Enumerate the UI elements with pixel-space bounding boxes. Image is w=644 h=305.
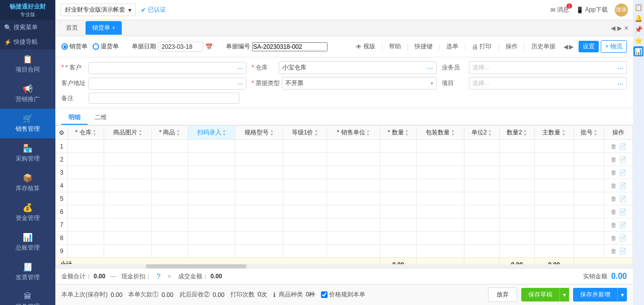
- price-check-input[interactable]: [321, 291, 328, 298]
- row-5-price1[interactable]: [283, 192, 327, 205]
- message-button[interactable]: ✉ 1 消息: [550, 6, 569, 14]
- right-panel-icon-2[interactable]: 🔔: [633, 13, 643, 23]
- row-1-qty2[interactable]: [499, 140, 534, 153]
- row-3-main[interactable]: [534, 166, 574, 179]
- tab-prev-icon[interactable]: ◀: [611, 25, 615, 32]
- row-7-main[interactable]: [534, 218, 574, 232]
- row-4-unit2[interactable]: [464, 179, 499, 192]
- row-1-batch[interactable]: [574, 140, 604, 153]
- row-4-image[interactable]: [104, 179, 152, 192]
- row-5-batch[interactable]: [574, 192, 604, 205]
- row-6-pkg[interactable]: [417, 205, 464, 218]
- row-3-product[interactable]: [151, 166, 188, 179]
- row-5-product[interactable]: [151, 192, 188, 205]
- unit-sort[interactable]: ▲▼: [366, 129, 370, 137]
- row-9-unit[interactable]: [327, 245, 380, 258]
- row-3-delete-icon[interactable]: 🗑: [611, 169, 617, 176]
- row-8-delete-icon[interactable]: 🗑: [611, 235, 617, 242]
- row-6-unit2[interactable]: [464, 205, 499, 218]
- row-1-warehouse[interactable]: [68, 140, 104, 153]
- row-3-image[interactable]: [104, 166, 152, 179]
- row-2-image[interactable]: [104, 153, 152, 166]
- row-9-warehouse[interactable]: [68, 245, 104, 258]
- row-9-delete-icon[interactable]: 🗑: [611, 248, 617, 255]
- row-4-qty2[interactable]: [499, 179, 534, 192]
- row-1-main[interactable]: [534, 140, 574, 153]
- help-button[interactable]: 帮助: [386, 41, 404, 52]
- radio-return[interactable]: 退货单: [93, 42, 119, 51]
- row-6-main[interactable]: [534, 205, 574, 218]
- row-8-warehouse[interactable]: [68, 232, 104, 245]
- row-4-main[interactable]: [534, 179, 574, 192]
- row-5-qty[interactable]: [380, 192, 417, 205]
- row-1-price1[interactable]: [283, 140, 327, 153]
- price1-sort[interactable]: ▲▼: [314, 129, 318, 137]
- row-6-image[interactable]: [104, 205, 152, 218]
- salesperson-input[interactable]: 选择... ···: [469, 61, 627, 74]
- order-number-input[interactable]: [252, 42, 328, 51]
- row-8-copy-icon[interactable]: 📄: [619, 235, 626, 242]
- row-7-spec[interactable]: [235, 218, 283, 232]
- row-7-barcode[interactable]: [188, 218, 235, 232]
- radio-sale[interactable]: 销货单: [61, 42, 88, 51]
- row-7-price1[interactable]: [283, 218, 327, 232]
- row-7-delete-icon[interactable]: 🗑: [611, 221, 617, 228]
- row-9-copy-icon[interactable]: 📄: [619, 248, 626, 255]
- row-1-product[interactable]: [151, 140, 188, 153]
- tab-close-all-icon[interactable]: ✕: [624, 25, 629, 32]
- row-2-warehouse[interactable]: [68, 153, 104, 166]
- set-button[interactable]: 设置: [579, 41, 599, 52]
- row-1-pkg[interactable]: [417, 140, 464, 153]
- row-5-spec[interactable]: [235, 192, 283, 205]
- app-download-button[interactable]: 📱 App下载: [576, 6, 608, 14]
- row-1-copy-icon[interactable]: 📄: [619, 143, 626, 150]
- save-new-dropdown[interactable]: ▾: [617, 288, 627, 301]
- sidebar-item-marketing[interactable]: 📢 营销推广: [0, 79, 55, 109]
- row-4-warehouse[interactable]: [68, 179, 104, 192]
- row-1-image[interactable]: [104, 140, 152, 153]
- row-9-unit2[interactable]: [464, 245, 499, 258]
- row-1-barcode[interactable]: [188, 140, 235, 153]
- row-8-image[interactable]: [104, 232, 152, 245]
- sidebar-item-project[interactable]: 📋 项目合同: [0, 49, 55, 79]
- row-3-batch[interactable]: [574, 166, 604, 179]
- row-1-unit[interactable]: [327, 140, 380, 153]
- user-avatar[interactable]: 珠珠: [615, 4, 628, 17]
- salesperson-select-icon[interactable]: ···: [617, 64, 623, 72]
- row-4-price1[interactable]: [283, 179, 327, 192]
- select-button[interactable]: 选单: [443, 41, 461, 52]
- row-3-copy-icon[interactable]: 📄: [619, 169, 626, 176]
- row-5-pkg[interactable]: [417, 192, 464, 205]
- tab-mingxi[interactable]: 明细: [61, 111, 88, 125]
- row-7-unit[interactable]: [327, 218, 380, 232]
- abandon-button[interactable]: 放弃: [488, 287, 517, 302]
- row-5-image[interactable]: [104, 192, 152, 205]
- row-6-spec[interactable]: [235, 205, 283, 218]
- sidebar-item-sales[interactable]: 🛒 销售管理: [0, 109, 55, 138]
- calendar-icon[interactable]: 📅: [205, 43, 213, 50]
- row-1-qty[interactable]: [380, 140, 417, 153]
- row-6-barcode[interactable]: [188, 205, 235, 218]
- shortcut-button[interactable]: 快捷键: [412, 41, 436, 52]
- row-8-pkg[interactable]: [417, 232, 464, 245]
- row-9-main[interactable]: [534, 245, 574, 258]
- discount-help-icon[interactable]: ?: [156, 272, 160, 280]
- row-5-delete-icon[interactable]: 🗑: [611, 195, 617, 202]
- right-panel-icon-5[interactable]: 📊: [633, 46, 643, 56]
- row-6-copy-icon[interactable]: 📄: [619, 208, 626, 215]
- row-9-product[interactable]: [151, 245, 188, 258]
- scrollbar-thumb[interactable]: [146, 264, 247, 268]
- row-8-spec[interactable]: [235, 232, 283, 245]
- tab-close-icon[interactable]: ×: [112, 25, 115, 31]
- row-7-batch[interactable]: [574, 218, 604, 232]
- row-4-batch[interactable]: [574, 179, 604, 192]
- row-3-barcode[interactable]: [188, 166, 235, 179]
- unit2-sort[interactable]: ▲▼: [488, 129, 492, 137]
- row-3-qty2[interactable]: [499, 166, 534, 179]
- row-8-unit2[interactable]: [464, 232, 499, 245]
- row-2-main[interactable]: [534, 153, 574, 166]
- row-4-barcode[interactable]: [188, 179, 235, 192]
- image-sort[interactable]: ▲▼: [138, 129, 142, 137]
- col-settings[interactable]: ⚙: [56, 126, 68, 140]
- right-panel-icon-1[interactable]: 📋: [633, 2, 643, 12]
